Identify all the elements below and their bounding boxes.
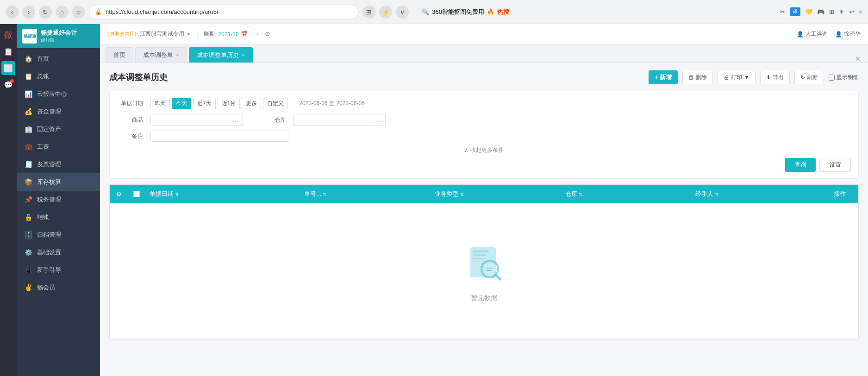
sidebar-item-guide[interactable]: 📱 新手引导 — [17, 261, 100, 279]
app-wrapper: 微 📋 ⬜ 💬 畅捷通 畅捷通好会计 旗舰版 🏠 首页 📋 总账 — [0, 24, 868, 376]
filter-goods-warehouse-row: 商品 … 仓库 … — [117, 114, 851, 126]
filter-note-row: 备注 — [117, 131, 851, 142]
date-7days-btn[interactable]: 近7天 — [193, 98, 216, 109]
th-type-sort-icon[interactable]: ⇅ — [460, 192, 464, 197]
sidebar-label-assets: 固定资产 — [37, 125, 61, 133]
select-all-checkbox[interactable] — [133, 191, 140, 197]
settings-tab-icon[interactable]: ⚙ — [265, 31, 270, 38]
print-dropdown-icon[interactable]: ▼ — [744, 74, 749, 81]
tab-area-close-btn[interactable]: ✕ — [855, 55, 868, 63]
bolt-button[interactable]: ⚡ — [379, 6, 392, 19]
print-icon: 🖨 — [724, 74, 729, 81]
date-today-btn[interactable]: 今天 — [172, 98, 191, 109]
left-icon-2[interactable]: 📋 — [1, 44, 15, 58]
company-selector[interactable]: (勿删勿禁用) 江西服宝测试专用 ▼ — [107, 30, 191, 38]
th-operator[interactable]: 经手人 ⇅ — [691, 190, 821, 198]
logo-icon: 畅捷通 — [22, 29, 37, 44]
sidebar-label-invoice: 发票管理 — [37, 160, 61, 169]
export-btn[interactable]: ⬆ 导出 — [760, 71, 790, 84]
sun-icon[interactable]: ☀ — [839, 8, 844, 15]
sidebar-item-member[interactable]: ✌ 畅会员 — [17, 279, 100, 296]
query-btn[interactable]: 查询 — [785, 158, 816, 172]
collapse-btn[interactable]: ∧ 收起更多条件 — [464, 146, 504, 154]
sidebar-item-invoice[interactable]: 🧾 发票管理 — [17, 156, 100, 173]
user-service-btn[interactable]: 👤 人工咨询 — [797, 30, 828, 38]
sidebar-item-report[interactable]: 📊 云报表中心 — [17, 85, 100, 103]
th-date[interactable]: 单据日期 ⇅ — [145, 190, 300, 198]
sidebar-item-assets[interactable]: 🏢 固定资产 — [17, 120, 100, 138]
goods-select-dots[interactable]: … — [232, 116, 239, 124]
grid-icon[interactable]: ⊞ — [829, 8, 834, 15]
left-icon-3[interactable]: ⬜ — [1, 61, 15, 75]
th-num[interactable]: 单号... ⇅ — [300, 190, 430, 198]
filter-date-row: 单据日期 昨天 今天 近7天 近1月 更多 自定义 2023-06-06 至 2… — [117, 98, 851, 109]
date-custom-btn[interactable]: 自定义 — [263, 98, 288, 109]
th-type[interactable]: 业务类型 ⇅ — [430, 190, 561, 198]
th-date-sort-icon[interactable]: ⇅ — [175, 192, 179, 197]
delete-icon: 🗑 — [688, 74, 694, 81]
print-btn[interactable]: 🖨 打印 ▼ — [718, 71, 756, 84]
home-button[interactable]: ⌂ — [56, 6, 69, 19]
display-toggle-checkbox[interactable] — [829, 75, 835, 81]
sidebar-item-salary[interactable]: 💼 工资 — [17, 138, 100, 156]
translate-icon[interactable]: 译 — [790, 7, 800, 16]
display-toggle[interactable]: 显示明细 — [829, 74, 859, 81]
left-icon-4[interactable]: 💬 — [1, 78, 15, 92]
new-btn[interactable]: + 新增 — [649, 70, 678, 84]
sidebar-item-home[interactable]: 🏠 首页 — [17, 50, 100, 68]
filter-btn-row: 查询 设置 — [117, 158, 851, 172]
sidebar-item-tax[interactable]: 📌 税务管理 — [17, 191, 100, 208]
sidebar-item-inventory[interactable]: 📦 库存核算 — [17, 173, 100, 191]
tab-cost-adjust-history-close[interactable]: × — [242, 52, 245, 58]
delete-btn[interactable]: 🗑 删除 — [682, 71, 713, 84]
sidebar-item-settings[interactable]: ⚙️ 基础设置 — [17, 244, 100, 261]
undo-icon[interactable]: ↩ — [849, 8, 854, 15]
dropdown-button[interactable]: ∨ — [396, 6, 409, 19]
left-icon-bar: 微 📋 ⬜ 💬 — [0, 24, 17, 376]
th-warehouse[interactable]: 仓库 ⇅ — [561, 190, 691, 198]
th-warehouse-sort-icon[interactable]: ⇅ — [579, 192, 582, 197]
goods-select[interactable]: … — [150, 114, 243, 126]
th-settings[interactable]: ⚙ — [110, 191, 128, 198]
tab-cost-adjust[interactable]: 成本调整单 × — [135, 47, 187, 63]
date-1month-btn[interactable]: 近1月 — [218, 98, 240, 109]
coin-icon[interactable]: 💛 — [805, 8, 812, 15]
refresh-button[interactable]: ↻ — [39, 6, 52, 19]
date-yesterday-btn[interactable]: 昨天 — [150, 98, 170, 109]
scissors-icon[interactable]: ✂ — [780, 8, 785, 15]
menu-icon[interactable]: ≡ — [859, 8, 862, 15]
note-input[interactable] — [150, 131, 289, 142]
th-operator-sort-icon[interactable]: ⇅ — [715, 192, 718, 197]
sidebar-item-ledger[interactable]: 📋 总账 — [17, 68, 100, 85]
game-icon[interactable]: 🎮 — [817, 8, 824, 15]
tab-cost-adjust-close[interactable]: × — [176, 52, 179, 58]
settings-col-icon[interactable]: ⚙ — [116, 191, 122, 198]
date-more-btn[interactable]: 更多 — [242, 98, 261, 109]
left-icon-weibo[interactable]: 微 — [1, 28, 15, 42]
assets-icon: 🏢 — [24, 125, 32, 133]
back-button[interactable]: ‹ — [6, 6, 19, 19]
sidebar-item-finance[interactable]: 💰 资金管理 — [17, 103, 100, 120]
forward-button[interactable]: › — [22, 6, 35, 19]
bookmark-button[interactable]: ☆ — [72, 6, 85, 19]
filter-settings-btn[interactable]: 设置 — [819, 158, 851, 172]
calendar-icon[interactable]: 📅 — [241, 31, 248, 38]
svg-line-6 — [495, 275, 500, 279]
sidebar-item-close[interactable]: 🔒 结账 — [17, 208, 100, 226]
tab-cost-adjust-history[interactable]: 成本调整单历史 × — [189, 47, 253, 63]
address-bar[interactable]: 🔒 https://cloud.chanjet.com/accounting/u… — [89, 5, 359, 19]
th-checkbox[interactable] — [128, 191, 145, 197]
th-num-sort-icon[interactable]: ⇅ — [323, 192, 326, 197]
warehouse-select-dots[interactable]: … — [375, 116, 381, 124]
add-tab-btn[interactable]: + — [255, 30, 259, 38]
warehouse-select[interactable]: … — [293, 114, 386, 126]
user-name-btn[interactable]: 👤 徐泽华 — [835, 30, 861, 38]
company-warning-text: (勿删勿禁用) — [107, 31, 136, 38]
sidebar-label-ledger: 总账 — [37, 72, 49, 81]
date-filter-label: 单据日期 — [117, 100, 143, 107]
apps-button[interactable]: ⊞ — [362, 6, 375, 19]
sidebar-item-archive[interactable]: 🗄️ 归档管理 — [17, 226, 100, 244]
company-dropdown-icon[interactable]: ▼ — [186, 31, 191, 37]
tab-home[interactable]: 首页 — [106, 47, 133, 63]
refresh-btn[interactable]: ↻ 刷新 — [794, 71, 824, 84]
